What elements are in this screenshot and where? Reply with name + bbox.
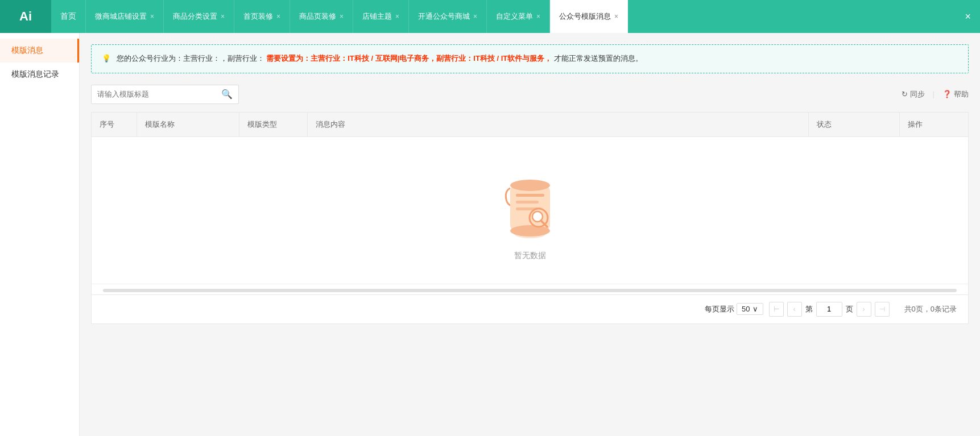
svg-rect-5 <box>516 201 539 204</box>
top-nav: Ai 首页 微商城店铺设置 × 商品分类设置 × 首页装修 × 商品页装修 × … <box>0 0 980 33</box>
nav-tab-menu-label: 自定义菜单 <box>496 11 533 22</box>
nav-tab-home[interactable]: 首页 <box>51 0 86 33</box>
col-action: 操作 <box>900 113 968 136</box>
empty-text: 暂无数据 <box>514 251 546 261</box>
logo: Ai <box>0 0 51 33</box>
notice-text1: 您的公众号行业为：主营行业：，副营行业： <box>117 54 264 63</box>
nav-tab-menu[interactable]: 自定义菜单 × <box>487 0 550 33</box>
nav-tab-product-label: 商品页装修 <box>299 11 336 22</box>
help-icon: ❓ <box>942 90 952 98</box>
page-size-dropdown[interactable]: 50 ∨ <box>737 303 763 315</box>
page-label: 第 <box>805 304 813 314</box>
sidebar-item-template-msg-label: 模版消息 <box>11 45 43 55</box>
page-size-value: 50 <box>742 305 750 313</box>
close-product-icon[interactable]: × <box>340 13 344 20</box>
nav-tab-home-label: 首页 <box>60 11 76 22</box>
help-label: 帮助 <box>954 89 969 99</box>
close-template-icon[interactable]: × <box>614 13 618 20</box>
nav-tab-product[interactable]: 商品页装修 × <box>290 0 353 33</box>
notice-icon: 💡 <box>102 54 111 63</box>
nav-tab-theme[interactable]: 店铺主题 × <box>353 0 409 33</box>
close-theme-icon[interactable]: × <box>395 13 399 20</box>
scrollbar-area[interactable] <box>92 284 968 294</box>
data-table: 序号 模版名称 模版类型 消息内容 状态 操作 <box>91 112 969 324</box>
close-all-button[interactable]: × <box>956 11 980 23</box>
sidebar-item-template-msg[interactable]: 模版消息 <box>0 39 79 63</box>
nav-tabs: 首页 微商城店铺设置 × 商品分类设置 × 首页装修 × 商品页装修 × 店铺主… <box>51 0 956 33</box>
close-mall-icon[interactable]: × <box>473 13 477 20</box>
nav-tab-mall[interactable]: 开通公众号商城 × <box>409 0 487 33</box>
search-icon[interactable]: 🔍 <box>221 89 233 99</box>
page-prev-button[interactable]: ‹ <box>787 302 802 317</box>
svg-point-2 <box>510 180 550 191</box>
toolbar-right: ↻ 同步 | ❓ 帮助 <box>902 89 969 99</box>
content-area: 💡 您的公众号行业为：主营行业：，副营行业： 需要设置为：主营行业：IT科技 /… <box>80 33 980 436</box>
notice-highlight: 需要设置为：主营行业：IT科技 / 互联网|电子商务，副营行业：IT科技 / I… <box>266 54 552 63</box>
page-number-input[interactable] <box>816 302 842 317</box>
logo-text: Ai <box>19 9 32 24</box>
page-size-select: 每页显示 50 ∨ <box>705 303 763 315</box>
main-layout: 模版消息 模版消息记录 💡 您的公众号行业为：主营行业：，副营行业： 需要设置为… <box>0 33 980 436</box>
notice-box: 💡 您的公众号行业为：主营行业：，副营行业： 需要设置为：主营行业：IT科技 /… <box>91 44 969 73</box>
help-button[interactable]: ❓ 帮助 <box>942 89 969 99</box>
svg-point-3 <box>510 225 550 236</box>
search-input-wrap[interactable]: 🔍 <box>91 85 239 104</box>
close-homepage-icon[interactable]: × <box>276 13 280 20</box>
nav-tab-mall-label: 开通公众号商城 <box>418 11 470 22</box>
nav-tab-wshop-label: 微商城店铺设置 <box>95 11 147 22</box>
close-menu-icon[interactable]: × <box>536 13 540 20</box>
scroll-track[interactable] <box>103 289 957 292</box>
page-nav: ⊢ ‹ 第 页 › ⊣ <box>769 302 890 317</box>
nav-tab-template-label: 公众号模版消息 <box>559 11 611 22</box>
nav-tab-homepage-label: 首页装修 <box>243 11 273 22</box>
search-bar: 🔍 ↻ 同步 | ❓ 帮助 <box>91 85 969 104</box>
sidebar: 模版消息 模版消息记录 <box>0 33 80 436</box>
col-type: 模版类型 <box>239 113 308 136</box>
chevron-down-icon: ∨ <box>752 305 758 313</box>
page-next-button[interactable]: › <box>857 302 871 317</box>
nav-tab-template[interactable]: 公众号模版消息 × <box>550 0 628 33</box>
nav-tab-category[interactable]: 商品分类设置 × <box>164 0 234 33</box>
toolbar-divider: | <box>933 90 934 98</box>
sync-icon: ↻ <box>902 90 908 98</box>
sync-label: 同步 <box>910 89 925 99</box>
close-category-icon[interactable]: × <box>221 13 225 20</box>
nav-tab-homepage[interactable]: 首页装修 × <box>234 0 290 33</box>
total-label: 共0页，0条记录 <box>904 304 957 314</box>
close-wshop-icon[interactable]: × <box>150 13 154 20</box>
nav-tab-category-label: 商品分类设置 <box>173 11 217 22</box>
notice-text2: 才能正常发送预置的消息。 <box>554 54 643 63</box>
page-unit: 页 <box>846 304 853 314</box>
empty-state: 暂无数据 <box>92 137 968 284</box>
col-name: 模版名称 <box>137 113 239 136</box>
sync-button[interactable]: ↻ 同步 <box>902 89 925 99</box>
nav-tab-wshop[interactable]: 微商城店铺设置 × <box>86 0 164 33</box>
svg-rect-4 <box>516 194 544 197</box>
sidebar-item-template-log-label: 模版消息记录 <box>11 69 59 78</box>
table-header: 序号 模版名称 模版类型 消息内容 状态 操作 <box>92 113 968 137</box>
col-content: 消息内容 <box>308 113 809 136</box>
pagination: 每页显示 50 ∨ ⊢ ‹ 第 页 › ⊣ 共0页，0条记录 <box>92 294 968 323</box>
page-last-button[interactable]: ⊣ <box>875 302 890 317</box>
sidebar-item-template-log[interactable]: 模版消息记录 <box>0 63 79 86</box>
page-size-label: 每页显示 <box>705 304 734 314</box>
empty-illustration <box>496 171 564 239</box>
page-first-button[interactable]: ⊢ <box>769 302 784 317</box>
search-input[interactable] <box>97 90 221 98</box>
col-status: 状态 <box>809 113 900 136</box>
col-seq: 序号 <box>92 113 137 136</box>
nav-tab-theme-label: 店铺主题 <box>362 11 392 22</box>
